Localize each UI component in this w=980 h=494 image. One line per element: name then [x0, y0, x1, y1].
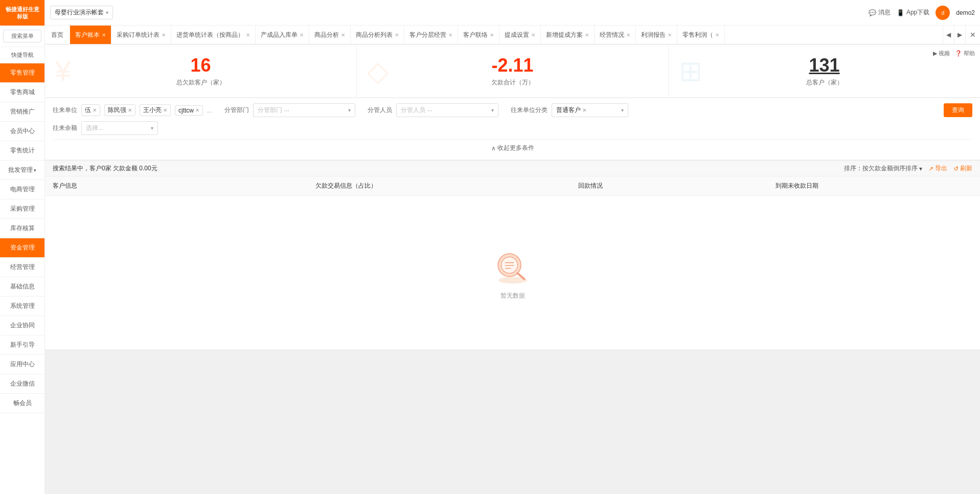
- building-bg-icon: ⊞: [679, 55, 702, 87]
- filter-tag-unit-4[interactable]: cjttcw ✕: [175, 105, 203, 116]
- sidebar-item-marketing[interactable]: 营销推广: [0, 102, 44, 122]
- results-actions: 排序：按欠款金额倒序排序 ▾ ↗ 导出 ↺ 刷新: [844, 164, 972, 173]
- sidebar-item-wholesale-mgmt[interactable]: 批发管理 ▾: [0, 161, 44, 180]
- close-tab-icon[interactable]: ✕: [668, 32, 672, 38]
- tab-product-analysis-list[interactable]: 商品分析列表 ✕: [351, 26, 404, 44]
- sidebar-item-purchase[interactable]: 采购管理: [0, 199, 44, 219]
- sidebar-item-finance[interactable]: 资金管理: [0, 238, 44, 258]
- col-customer-info: 客户信息: [53, 182, 315, 190]
- ellipsis-icon[interactable]: ···: [284, 107, 289, 114]
- close-tab-icon[interactable]: ✕: [585, 32, 589, 38]
- tab-raise-settings[interactable]: 提成设置 ✕: [499, 26, 541, 44]
- avatar: d: [936, 6, 950, 20]
- sidebar-item-operations[interactable]: 经营管理: [0, 258, 44, 277]
- table-container: 客户信息 欠款交易信息（占比） 回款情况 到期未收款日期: [45, 176, 980, 349]
- sidebar-item-retail-mall[interactable]: 零售商城: [0, 83, 44, 102]
- sidebar-item-member-center[interactable]: 会员中心: [0, 122, 44, 141]
- person-select[interactable]: 分管人员 ··· ▾: [396, 103, 498, 117]
- remove-tag-icon[interactable]: ✕: [163, 107, 167, 113]
- close-tab-icon[interactable]: ✕: [531, 32, 535, 38]
- query-button[interactable]: 查询: [944, 103, 972, 117]
- sidebar-item-basic-info[interactable]: 基础信息: [0, 277, 44, 297]
- dept-filter-label: 分管部门: [224, 106, 249, 115]
- tab-home[interactable]: 首页: [45, 26, 70, 44]
- mobile-icon: 📱: [897, 9, 904, 16]
- close-tab-icon[interactable]: ✕: [341, 32, 345, 38]
- sidebar-item-vip-member[interactable]: 畅会员: [0, 394, 44, 413]
- stat-total-customers: ⊞ 131 总客户（家）: [669, 44, 980, 97]
- person-filter-label: 分管人员: [368, 106, 392, 115]
- more-tags-button[interactable]: ...: [207, 107, 212, 114]
- tab-new-raise[interactable]: 新增提成方案 ✕: [541, 26, 595, 44]
- filter-tag-unit-3[interactable]: 王小亮 ✕: [140, 104, 171, 116]
- close-tab-icon[interactable]: ✕: [448, 32, 452, 38]
- unit-filter-label: 往来单位: [53, 106, 77, 115]
- remove-tag-icon[interactable]: ✕: [93, 107, 97, 113]
- tab-product-entry[interactable]: 产成品入库单 ✕: [256, 26, 309, 44]
- remove-tag-icon[interactable]: ✕: [582, 107, 586, 113]
- sidebar-item-system[interactable]: 系统管理: [0, 297, 44, 316]
- tab-stock-stats[interactable]: 进货单统计表（按商品） ✕: [171, 26, 256, 44]
- close-tab-icon[interactable]: ✕: [395, 32, 399, 38]
- filter-tag-unit-1[interactable]: 伍 ✕: [81, 104, 100, 116]
- filter-row-2: 往来余额 选择... ▾: [53, 121, 972, 135]
- sidebar-item-inventory[interactable]: 库存核算: [0, 219, 44, 238]
- tab-customer-connect[interactable]: 客户联络 ✕: [458, 26, 499, 44]
- export-button[interactable]: ↗ 导出: [928, 164, 947, 173]
- close-tab-icon[interactable]: ✕: [300, 32, 304, 38]
- table-body: 暂无数据: [45, 196, 980, 349]
- filter-tag-unit-2[interactable]: 陈民强 ✕: [104, 104, 135, 116]
- sidebar-item-enterprise[interactable]: 企业协同: [0, 316, 44, 335]
- sidebar-item-app-center[interactable]: 应用中心: [0, 355, 44, 374]
- tab-purchase-order[interactable]: 采购订单统计表 ✕: [111, 26, 171, 44]
- search-menu-button[interactable]: 搜索菜单: [3, 30, 41, 42]
- ellipsis-icon[interactable]: ···: [427, 107, 432, 114]
- account-selector[interactable]: 母婴行业演示帐套 ▾: [50, 6, 113, 19]
- empty-illustration: [487, 245, 538, 286]
- message-button[interactable]: 💬 消息: [869, 8, 891, 17]
- close-tab-icon[interactable]: ✕: [102, 32, 106, 38]
- refresh-button[interactable]: ↺ 刷新: [953, 164, 972, 173]
- close-all-tabs[interactable]: ✕: [965, 26, 980, 44]
- tab-profit-report[interactable]: 利润报告 ✕: [636, 26, 677, 44]
- sidebar-item-enterprise-wechat[interactable]: 企业微信: [0, 374, 44, 394]
- username-label[interactable]: demo2: [956, 9, 975, 16]
- tab-scroll-right[interactable]: ▶: [954, 26, 965, 44]
- stat-label-credit-amount: 欠款合计（万）: [491, 78, 534, 87]
- sidebar-item-retail-stats[interactable]: 零售统计: [0, 141, 44, 161]
- app-download-button[interactable]: 📱 App下载: [897, 8, 929, 17]
- close-tab-icon[interactable]: ✕: [626, 32, 630, 38]
- close-tab-icon[interactable]: ✕: [715, 32, 719, 38]
- quick-nav-button[interactable]: 快捷导航: [0, 47, 44, 63]
- tab-operation-status[interactable]: 经营情况 ✕: [595, 26, 636, 44]
- close-tab-icon[interactable]: ✕: [162, 32, 166, 38]
- filter-area: 往来单位 伍 ✕ 陈民强 ✕ 王小亮 ✕ cjttcw ✕ ...: [45, 98, 980, 160]
- chevron-down-icon: ▾: [491, 107, 494, 113]
- remove-tag-icon[interactable]: ✕: [128, 107, 132, 113]
- tab-customer-segment[interactable]: 客户分层经营 ✕: [404, 26, 458, 44]
- stat-number-credit-amount: -2.11: [491, 55, 533, 76]
- unit-type-select[interactable]: 普通客户 ✕ ▾: [552, 103, 628, 117]
- close-tab-icon[interactable]: ✕: [246, 32, 250, 38]
- filter-tag-unit-type[interactable]: 普通客户 ✕: [556, 106, 586, 115]
- main-content: 母婴行业演示帐套 ▾ 💬 消息 📱 App下载 d demo2 首页 客户账本 …: [45, 0, 980, 494]
- tabbar: 首页 客户账本 ✕ 采购订单统计表 ✕ 进货单统计表（按商品） ✕ 产成品入库单…: [45, 26, 980, 44]
- remove-tag-icon[interactable]: ✕: [195, 107, 199, 113]
- close-tab-icon[interactable]: ✕: [490, 32, 494, 38]
- sidebar-item-ecommerce[interactable]: 电商管理: [0, 180, 44, 199]
- balance-select[interactable]: 选择... ▾: [81, 121, 158, 135]
- chevron-down-icon: ▾: [106, 10, 108, 15]
- tab-product-analysis[interactable]: 商品分析 ✕: [309, 26, 351, 44]
- sidebar-item-retail-mgmt[interactable]: 零售管理: [0, 63, 44, 83]
- dept-select[interactable]: 分管部门 ··· ▾: [253, 103, 355, 117]
- col-due-date: 到期未收款日期: [776, 182, 973, 190]
- col-repayment: 回款情况: [578, 182, 776, 190]
- chevron-down-icon: ▾: [919, 165, 922, 172]
- sort-select[interactable]: 排序：按欠款金额倒序排序 ▾: [844, 164, 922, 173]
- tab-retail-profit[interactable]: 零售利润（ ✕: [677, 26, 725, 44]
- collapse-filters-button[interactable]: ∧ 收起更多条件: [491, 142, 534, 154]
- tab-scroll-left[interactable]: ◀: [943, 26, 954, 44]
- sidebar-item-new-guide[interactable]: 新手引导: [0, 335, 44, 355]
- col-credit-info: 欠款交易信息（占比）: [315, 182, 578, 190]
- tab-customer-capital[interactable]: 客户账本 ✕: [70, 26, 111, 44]
